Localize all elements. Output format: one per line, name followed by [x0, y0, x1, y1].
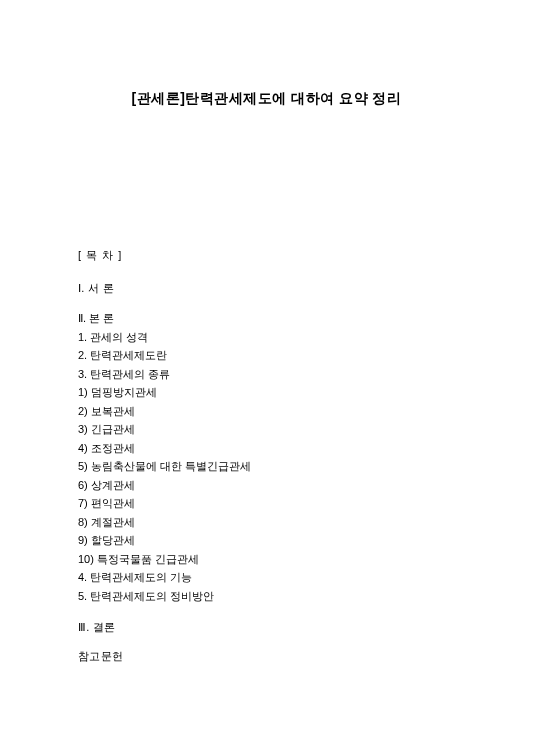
- toc-item: 5. 탄력관세제도의 정비방안: [78, 588, 455, 605]
- toc-item: 2. 탄력관세제도란: [78, 347, 455, 364]
- toc-item: 7) 편익관세: [78, 495, 455, 512]
- toc-item: 2) 보복관세: [78, 403, 455, 420]
- toc-item: 3. 탄력관세의 종류: [78, 366, 455, 383]
- toc-item: 4. 탄력관세제도의 기능: [78, 569, 455, 586]
- document-title: [관세론]탄력관세제도에 대하여 요약 정리: [78, 90, 455, 108]
- section-body-header: Ⅱ. 본 론: [78, 310, 455, 327]
- section-conclusion: Ⅲ. 결론: [78, 620, 455, 635]
- section-intro: Ⅰ. 서 론: [78, 281, 455, 296]
- toc-item: 9) 할당관세: [78, 532, 455, 549]
- toc-item: 3) 긴급관세: [78, 421, 455, 438]
- references-label: 참고문헌: [78, 649, 455, 664]
- toc-item: 10) 특정국물품 긴급관세: [78, 551, 455, 568]
- toc-item: 4) 조정관세: [78, 440, 455, 457]
- section-body-group: Ⅱ. 본 론 1. 관세의 성격 2. 탄력관세제도란 3. 탄력관세의 종류 …: [78, 310, 455, 604]
- toc-item: 6) 상계관세: [78, 477, 455, 494]
- toc-header: [ 목 차 ]: [78, 248, 455, 263]
- toc-item: 8) 계절관세: [78, 514, 455, 531]
- toc-item: 5) 농림축산물에 대한 특별긴급관세: [78, 458, 455, 475]
- toc-item: 1) 덤핑방지관세: [78, 384, 455, 401]
- toc-item: 1. 관세의 성격: [78, 329, 455, 346]
